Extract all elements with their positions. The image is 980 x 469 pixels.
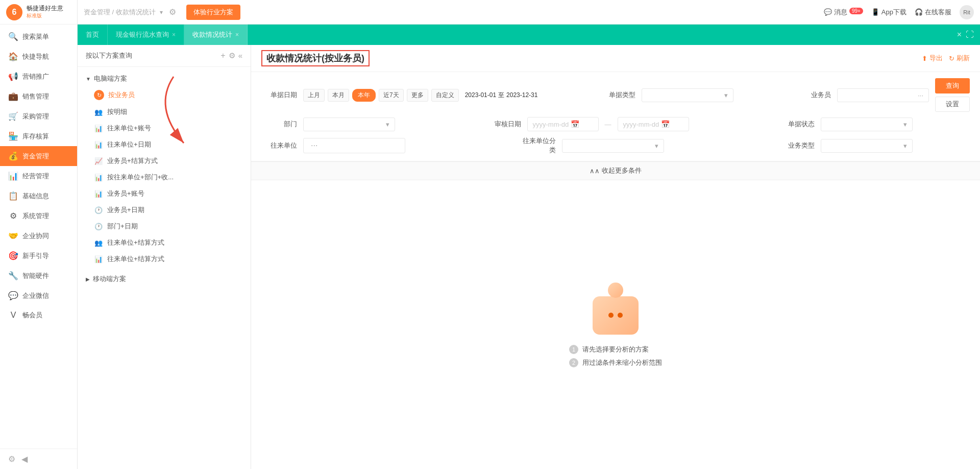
dept-select[interactable]: ▾ (303, 118, 395, 131)
refresh-button[interactable]: ↻ 刷新 (949, 54, 970, 63)
bot-eye-right (618, 313, 623, 318)
sidebar-item-quicknav[interactable]: 🏠 快捷导航 (0, 46, 77, 66)
date-btn-this-year[interactable]: 本年 (352, 89, 376, 102)
sidebar-item-sales[interactable]: 💼 销售管理 (0, 86, 77, 106)
active-scheme-icon: ↻ (94, 90, 104, 100)
partner-category-select[interactable]: ▾ (562, 139, 664, 153)
tab-bank-flow-close[interactable]: × (172, 31, 176, 38)
review-date-start[interactable]: yyyy-mm-dd 📅 (527, 117, 599, 131)
sidebar-item-basic[interactable]: 📋 基础信息 (0, 186, 77, 206)
collapse-up-icon: ∧∧ (590, 167, 600, 175)
breadcrumb: 资金管理 / 收款情况统计 (84, 8, 156, 17)
tab-home[interactable]: 首页 (78, 25, 108, 45)
sidebar-item-basic-label: 基础信息 (22, 192, 49, 201)
settings-gear-icon[interactable]: ⚙ (167, 5, 178, 19)
date-label: 单据日期 (261, 90, 297, 100)
scheme-item-partner-date-label: 往来单位+日期 (107, 140, 151, 149)
scheme-item-partner-date[interactable]: 📊 往来单位+日期 (78, 136, 251, 153)
filter-row-3: 往来单位 ··· 往来单位分类 ▾ 业务类型 ▾ (261, 136, 970, 155)
date-btn-custom[interactable]: 自定义 (431, 89, 459, 102)
scheme-settings-icon[interactable]: ⚙ (229, 51, 235, 60)
sidebar-item-search-label: 搜索菜单 (22, 32, 49, 41)
sidebar-item-search[interactable]: 🔍 搜索菜单 (0, 27, 77, 46)
messages-button[interactable]: 💬 消息 99+ (824, 8, 863, 17)
collapse-panel-icon[interactable]: « (238, 51, 242, 60)
date-btn-more[interactable]: 更多 (407, 89, 428, 102)
scheme-item-salesman-account[interactable]: 📊 业务员+账号 (78, 185, 251, 202)
sidebar-item-member[interactable]: V 畅会员 (0, 306, 77, 325)
enterprise-icon: 🤝 (8, 231, 18, 241)
biz-type-label: 业务类型 (779, 141, 815, 150)
main-content: 资金管理 / 收款情况统计 ▾ ⚙ 体验行业方案 💬 消息 99+ 📱 App下… (78, 0, 980, 469)
partner-select[interactable]: ··· (303, 138, 405, 153)
date-btn-last-month[interactable]: 上月 (303, 89, 325, 102)
partner-payment1-icon: 👥 (94, 238, 103, 247)
scheme-item-dept-date[interactable]: 🕐 部门+日期 (78, 218, 251, 235)
tabbar-expand-icon[interactable]: ⛶ (966, 30, 974, 39)
scheme-item-partner-dept[interactable]: 📊 按往来单位+部门+收... (78, 169, 251, 185)
scheme-item-salesman[interactable]: ↻ 按业务员 (78, 86, 251, 104)
date-btn-7days[interactable]: 近7天 (379, 89, 404, 102)
sidebar-item-finance[interactable]: 💰 资金管理 (0, 146, 77, 166)
tab-collection-stats[interactable]: 收款情况统计 × (184, 25, 248, 45)
salesman-select[interactable]: ··· (837, 88, 929, 102)
biz-type-select[interactable]: ▾ (821, 139, 913, 153)
doc-type-select[interactable]: ▾ (642, 88, 733, 102)
scheme-item-partner-payment2[interactable]: 📊 往来单位+结算方式 (78, 251, 251, 267)
sidebar-item-guide[interactable]: 🎯 新手引导 (0, 246, 77, 266)
refresh-icon: ↻ (949, 55, 954, 62)
wechat-icon: 💬 (8, 291, 18, 300)
tab-bank-flow[interactable]: 现金银行流水查询 × (108, 25, 184, 45)
review-date-end-text: yyyy-mm-dd (623, 121, 659, 128)
sidebar-item-wechat-label: 企业微信 (22, 291, 49, 300)
sidebar: 6 畅捷通好生意 标准版 🔍 搜索菜单 🏠 快捷导航 📢 营销推广 💼 销售管理… (0, 0, 78, 469)
desktop-section-header: ▼ 电脑端方案 (78, 71, 251, 86)
mobile-section-header[interactable]: ▶ 移动端方案 (78, 271, 251, 287)
scheme-item-detail[interactable]: 👥 按明细 (78, 104, 251, 120)
sidebar-item-system[interactable]: ⚙ 系统管理 (0, 206, 77, 226)
sidebar-item-marketing[interactable]: 📢 营销推广 (0, 66, 77, 86)
trial-button[interactable]: 体验行业方案 (186, 5, 240, 20)
scheme-item-partner-payment1[interactable]: 👥 往来单位+结算方式 (78, 235, 251, 251)
scheme-item-partner-account[interactable]: 📊 往来单位+账号 (78, 120, 251, 136)
online-service-button[interactable]: 🎧 在线客服 (915, 8, 951, 17)
desktop-scheme-section: ▼ 电脑端方案 ↻ 按业务员 👥 按明细 📊 往来单位+账号 (78, 67, 251, 271)
collapse-bar[interactable]: ∧∧ 收起更多条件 (251, 161, 980, 179)
finance-icon: 💰 (8, 151, 18, 161)
doc-status-select[interactable]: ▾ (821, 118, 913, 131)
footer-settings-icon[interactable]: ⚙ (8, 454, 15, 464)
tabbar-close-all-icon[interactable]: × (957, 30, 962, 39)
sidebar-item-hardware-label: 智能硬件 (22, 271, 49, 280)
query-button[interactable]: 查询 (935, 78, 970, 93)
operations-icon: 📊 (8, 171, 18, 181)
footer-collapse-icon[interactable]: ◀ (21, 454, 28, 464)
partner-more-dots[interactable]: ··· (311, 141, 317, 150)
breadcrumb-chevron[interactable]: ▾ (160, 9, 163, 16)
scheme-item-salesman-date[interactable]: 🕐 业务员+日期 (78, 202, 251, 218)
partner-category-label: 往来单位分类 (520, 136, 556, 155)
sidebar-item-wechat[interactable]: 💬 企业微信 (0, 286, 77, 306)
biz-type-chevron: ▾ (903, 142, 907, 150)
sidebar-item-enterprise[interactable]: 🤝 企业协同 (0, 226, 77, 246)
app-download-button[interactable]: 📱 App下载 (871, 8, 906, 17)
scheme-item-salesman-label: 按业务员 (108, 90, 135, 100)
salesman-account-icon: 📊 (94, 189, 103, 198)
scheme-item-partner-account-label: 往来单位+账号 (107, 124, 151, 133)
scheme-item-salesman-payment[interactable]: 📈 业务员+结算方式 (78, 153, 251, 169)
export-button[interactable]: ⬆ 导出 (922, 54, 943, 63)
sidebar-item-hardware[interactable]: 🔧 智能硬件 (0, 266, 77, 286)
date-btn-this-month[interactable]: 本月 (328, 89, 349, 102)
sidebar-item-inventory[interactable]: 🏪 库存核算 (0, 126, 77, 146)
partner-label: 往来单位 (261, 141, 297, 150)
partner-payment2-icon: 📊 (94, 254, 103, 264)
topbar: 资金管理 / 收款情况统计 ▾ ⚙ 体验行业方案 💬 消息 99+ 📱 App下… (78, 0, 980, 25)
tab-collection-stats-close[interactable]: × (235, 31, 239, 38)
home-icon: 🏠 (8, 52, 18, 61)
filter-settings-button[interactable]: 设置 (935, 97, 970, 112)
add-scheme-button[interactable]: + (220, 51, 225, 60)
user-avatar-area[interactable]: Rit (960, 5, 974, 19)
triangle-icon: ▼ (86, 76, 91, 82)
review-date-end[interactable]: yyyy-mm-dd 📅 (618, 117, 689, 131)
sidebar-item-purchase[interactable]: 🛒 采购管理 (0, 106, 77, 126)
sidebar-item-operations[interactable]: 📊 经营管理 (0, 166, 77, 186)
